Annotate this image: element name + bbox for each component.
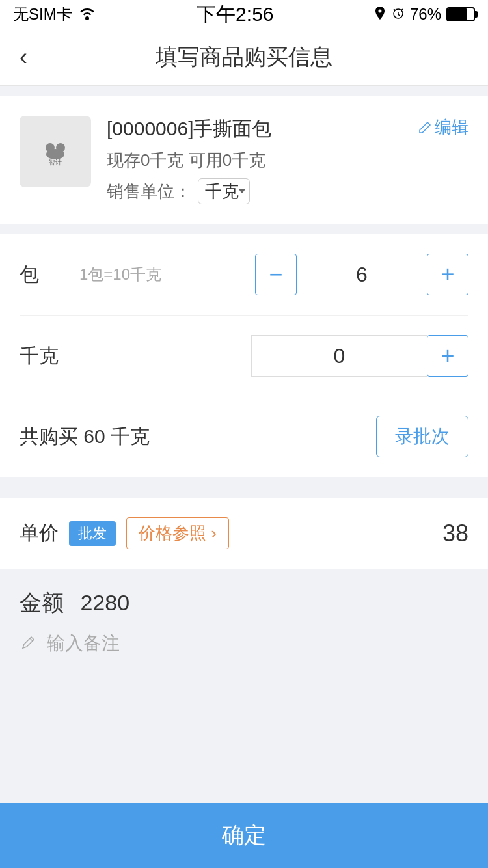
alarm-icon: [392, 5, 405, 23]
battery-percent: 76%: [410, 5, 441, 23]
product-card: 智计 [0000006]手撕面包 编辑 现存0千克 可用0千克 销售单位： 千克: [0, 96, 488, 224]
battery-icon: [446, 7, 475, 21]
product-unit: 销售单位： 千克: [107, 178, 468, 204]
price-tag: 批发: [69, 521, 116, 546]
kg-increment-button[interactable]: +: [427, 335, 468, 377]
page-title: 填写商品购买信息: [156, 42, 332, 72]
total-label: 共购买 60 千克: [20, 424, 150, 450]
note-placeholder[interactable]: 输入备注: [47, 631, 120, 656]
product-top-row: [0000006]手撕面包 编辑: [107, 116, 468, 149]
kg-label: 千克: [20, 343, 72, 370]
svg-text:智计: 智计: [49, 159, 62, 166]
status-right: 76%: [373, 5, 475, 23]
total-row: 共购买 60 千克 录批次: [0, 396, 488, 477]
nav-bar: ‹ 填写商品购买信息: [0, 29, 488, 86]
price-ref-button[interactable]: 价格参照 ›: [126, 517, 229, 549]
amount-section: 金额 2280 输入备注: [0, 569, 488, 669]
carrier-label: 无SIM卡: [13, 4, 72, 25]
bag-hint: 1包=10千克: [79, 264, 255, 285]
amount-value: 2280: [80, 590, 129, 615]
bag-label: 包: [20, 262, 72, 288]
unit-select[interactable]: 千克: [198, 178, 250, 204]
location-icon: [373, 5, 386, 23]
bag-decrement-button[interactable]: −: [255, 254, 297, 295]
status-time: 下午2:56: [197, 1, 273, 28]
product-info: [0000006]手撕面包 编辑 现存0千克 可用0千克 销售单位： 千克: [107, 116, 468, 204]
note-row[interactable]: 输入备注: [20, 631, 468, 656]
price-section: 单价 批发 价格参照 › 38: [0, 498, 488, 569]
confirm-button[interactable]: 确定: [0, 803, 488, 868]
section-separator-1: [0, 224, 488, 234]
wifi-icon: [77, 5, 97, 23]
amount-row: 金额 2280: [20, 588, 468, 618]
batch-button[interactable]: 录批次: [376, 416, 468, 457]
bag-increment-button[interactable]: +: [427, 254, 468, 295]
price-value: 38: [442, 520, 468, 547]
price-left: 单价 批发 价格参照 ›: [20, 517, 229, 549]
kg-input-row: 千克 +: [20, 316, 468, 396]
back-button[interactable]: ‹: [20, 44, 27, 71]
kg-quantity-input[interactable]: [251, 335, 427, 377]
input-section: 包 1包=10千克 − + 千克 +: [0, 234, 488, 396]
bag-controls: − +: [255, 254, 468, 295]
note-icon: [20, 634, 39, 653]
product-name: [0000006]手撕面包: [107, 116, 271, 142]
product-stock: 现存0千克 可用0千克: [107, 149, 468, 172]
svg-point-3: [46, 149, 64, 159]
product-thumbnail: 智计: [20, 116, 91, 187]
status-left: 无SIM卡: [13, 4, 97, 25]
amount-label: 金额: [20, 590, 64, 615]
bag-quantity-input[interactable]: [297, 254, 427, 295]
edit-button[interactable]: 编辑: [418, 116, 468, 139]
price-label: 单价: [20, 520, 59, 547]
status-bar: 无SIM卡 下午2:56 76%: [0, 0, 488, 29]
kg-controls: +: [251, 335, 468, 377]
section-separator-2: [0, 477, 488, 487]
bag-input-row: 包 1包=10千克 − +: [20, 234, 468, 316]
